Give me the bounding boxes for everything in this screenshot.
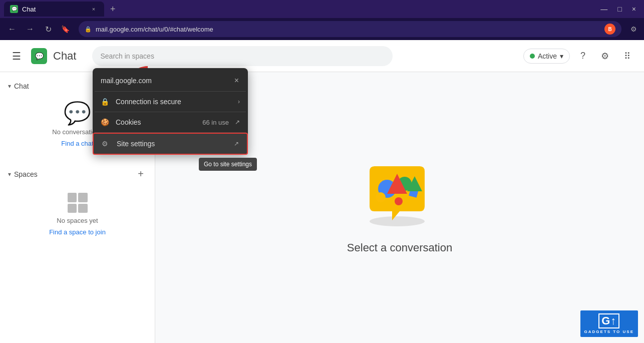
cookies-icon: 🍪 (101, 118, 110, 126)
reload-button[interactable]: ↻ (40, 21, 56, 37)
active-label: Active (538, 52, 557, 60)
site-settings-ext-icon: ↗ (234, 140, 239, 147)
site-info-dropdown: mail.google.com × 🔒 Connection is secure… (93, 68, 248, 155)
chat-logo: 💬 (31, 48, 47, 64)
svg-point-7 (395, 197, 403, 205)
dropdown-header: mail.google.com × (93, 68, 248, 91)
search-bar[interactable]: Search in spaces (92, 46, 393, 66)
help-button[interactable]: ? (574, 47, 592, 65)
no-spaces-icon (68, 193, 88, 213)
browser-toolbar: ← → ↻ 🔖 🔒 mail.google.com/chat/u/0/#chat… (0, 18, 644, 40)
apps-button[interactable]: ⠿ (618, 47, 636, 65)
spaces-chevron-icon: ▾ (8, 171, 11, 178)
cookies-ext-icon: ↗ (235, 119, 240, 126)
site-settings-item[interactable]: ⚙ Site settings ↗ Go to site settings (93, 133, 248, 155)
hamburger-menu-button[interactable]: ☰ (8, 46, 25, 66)
window-controls: — □ × (596, 3, 640, 15)
active-chevron: ▾ (560, 52, 563, 60)
settings-button[interactable]: ⚙ (596, 47, 614, 65)
watermark-logo: G↑ (598, 313, 619, 328)
find-space-link[interactable]: Find a space to join (49, 228, 106, 236)
site-settings-icon: ⚙ (102, 140, 111, 148)
spaces-section: ▾ Spaces + No spaces yet Find a space to… (0, 161, 155, 250)
search-placeholder: Search in spaces (100, 52, 154, 60)
app-title: Chat (53, 50, 76, 63)
bookmark-button[interactable]: 🔖 (58, 22, 73, 36)
site-settings-label: Site settings (117, 140, 228, 148)
spaces-section-header[interactable]: ▾ Spaces + (8, 165, 147, 183)
header-actions: Active ▾ ? ⚙ ⠿ (523, 47, 636, 65)
connection-secure-item[interactable]: 🔒 Connection is secure › (93, 92, 248, 112)
dropdown-domain-text: mail.google.com (101, 77, 152, 85)
cookies-item[interactable]: 🍪 Cookies 66 in use ↗ (93, 112, 248, 132)
select-conversation-text: Select a conversation (347, 241, 452, 254)
tab-favicon: 💬 (10, 5, 18, 13)
lock-icon: 🔒 (85, 26, 92, 33)
connection-secure-label: Connection is secure (116, 98, 232, 106)
chat-header: ☰ 💬 Chat Search in spaces Active ▾ ? ⚙ ⠿ (0, 40, 644, 72)
cookies-label: Cookies (116, 118, 196, 126)
spaces-section-title: ▾ Spaces (8, 170, 38, 178)
forward-button[interactable]: → (22, 21, 38, 37)
lock-dropdown-icon: 🔒 (101, 98, 110, 106)
browser-frame: 💬 Chat × + — □ × ← → ↻ 🔖 🔒 mail.google.c… (0, 0, 644, 343)
address-bar[interactable]: 🔒 mail.google.com/chat/u/0/#chat/welcome… (79, 21, 621, 37)
chat-section-title: ▾ Chat (8, 82, 29, 90)
svg-point-5 (376, 192, 386, 202)
browser-titlebar: 💬 Chat × + — □ × (0, 0, 644, 18)
browser-content: ☰ 💬 Chat Search in spaces Active ▾ ? ⚙ ⠿ (0, 40, 644, 343)
active-indicator (530, 54, 535, 59)
minimize-button[interactable]: — (596, 3, 611, 15)
url-text: mail.google.com/chat/u/0/#chat/welcome (96, 26, 213, 33)
brave-icon: B (604, 24, 615, 35)
no-spaces-container: No spaces yet Find a space to join (8, 183, 147, 246)
conversation-illustration (360, 161, 440, 231)
tab-title: Chat (22, 6, 36, 13)
chat-section-label: Chat (14, 82, 29, 90)
active-status-button[interactable]: Active ▾ (523, 49, 570, 64)
extensions-button[interactable]: ⚙ (627, 22, 640, 36)
spaces-section-label: Spaces (14, 170, 38, 178)
back-button[interactable]: ← (4, 21, 20, 37)
watermark: G↑ GADGETS TO USE (580, 310, 638, 337)
svg-point-0 (370, 216, 425, 226)
chat-chevron-icon: ▾ (8, 83, 11, 90)
find-chat-link[interactable]: Find a chat (61, 140, 93, 147)
watermark-text: GADGETS TO USE (584, 329, 634, 334)
connection-arrow-icon: › (238, 98, 240, 105)
close-window-button[interactable]: × (628, 3, 640, 15)
dropdown-close-button[interactable]: × (233, 75, 240, 86)
no-spaces-text: No spaces yet (57, 217, 98, 224)
tab-close-button[interactable]: × (89, 5, 98, 14)
maximize-button[interactable]: □ (613, 3, 625, 15)
browser-tab[interactable]: 💬 Chat × (4, 2, 104, 17)
new-tab-button[interactable]: + (108, 2, 118, 17)
no-conversations-icon: 💬 (64, 102, 91, 124)
cookies-value: 66 in use (202, 119, 229, 126)
add-space-button[interactable]: + (135, 167, 147, 181)
